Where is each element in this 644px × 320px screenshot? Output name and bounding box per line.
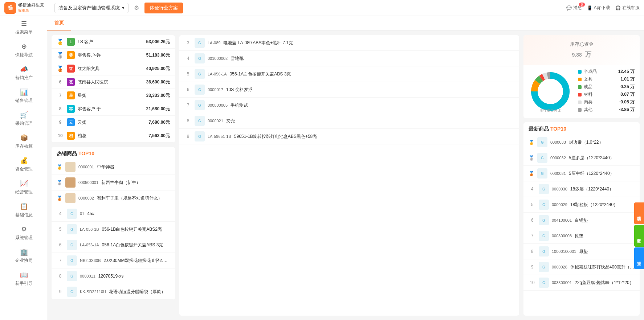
product-item: 4 G 001000002 雪地靴 — [179, 51, 519, 66]
product-name: 智利车子里（规格不知道填什么） — [97, 195, 170, 201]
rank-item: 🥈 零 零售客户-许 51,183.00元 — [52, 49, 175, 62]
product-code: LA-089 — [208, 41, 220, 45]
product-name: 夹壳 — [226, 118, 514, 124]
product-name: 18多层（1220*2440） — [570, 186, 635, 192]
sidebar: ☰ 搜索菜单 ⊕ 快捷导航 📣 营销推广 📊 销售管理 🛒 采购管理 📦 库存核… — [0, 16, 47, 320]
message-button[interactable]: 💬 消息 6 — [566, 5, 582, 11]
operations-icon: 📈 — [20, 180, 28, 188]
rank-badge: 红 — [67, 65, 75, 73]
product-code: 000800008 — [552, 234, 572, 238]
inventory-amount: 9.88 万 — [529, 48, 634, 59]
sidebar-item-system[interactable]: ⚙ 系统管理 — [0, 222, 47, 245]
product-code: LA-59651-1B — [208, 134, 231, 139]
medal-icon: 🥇 — [57, 164, 62, 170]
sidebar-item-basics[interactable]: 📋 基础信息 — [0, 199, 47, 222]
page-tabs: 首页 — [47, 16, 644, 31]
product-name: 原垫 — [575, 233, 635, 239]
legend-name: 肉类 — [584, 99, 617, 105]
product-name: 新西兰牛肉（新牛） — [101, 180, 170, 186]
sidebar-item-quicknav[interactable]: ⊕ 快捷导航 — [0, 39, 47, 62]
legend-item: 文具 1.01 万 — [578, 76, 635, 82]
customer-ranking-list: 🥇 L LS 客户 53,006.26元 🥈 零 零售客户-许 51,183.0… — [52, 35, 175, 143]
sidebar-item-operations[interactable]: 📈 经营管理 — [0, 176, 47, 199]
live-button[interactable]: 直播 — [634, 247, 644, 269]
sidebar-item-inventory[interactable]: 📦 库存核算 — [0, 130, 47, 153]
hot-products-middle-list: 3 G LA-089 电池盖 LA-089 ABS本色+黑种 7.1克 4 G … — [179, 35, 519, 144]
product-item: 5 G LA-056-1A 056-1A白色按键开关盖ABS 3克 — [179, 66, 519, 82]
mobile-icon: 📱 — [587, 5, 592, 11]
product-name: 056-1A白色按键开关盖ABS 3克 — [230, 71, 514, 77]
rank-badge: 零 — [67, 51, 75, 59]
sidebar-item-marketing[interactable]: 📣 营销推广 — [0, 62, 47, 85]
tab-home[interactable]: 首页 — [47, 16, 71, 30]
sidebar-item-search[interactable]: ☰ 搜索菜单 — [0, 16, 47, 39]
new-product-item: 5 G 0000029 18颗粒板（1220*2440） — [523, 197, 640, 213]
new-product-item: 🥈 G 0000032 5厘多层（1220*2440） — [523, 150, 640, 166]
system-name-dropdown[interactable]: 装备及固定资产辅助管理系统 ▾ — [54, 3, 129, 13]
headset-icon: 🎧 — [615, 5, 621, 11]
sidebar-item-sales[interactable]: 📊 销售管理 — [0, 85, 47, 107]
rank-amount: 51,183.00元 — [146, 52, 170, 58]
trial-button[interactable]: 体验行业方案 — [144, 3, 183, 13]
product-code: 001000002 — [208, 56, 228, 61]
rank-badge: 零 — [67, 105, 75, 113]
new-product-item: 8 G 10000100001 原垫 — [523, 244, 640, 259]
service-community-button[interactable]: 服务社区 — [634, 225, 644, 247]
legend-value: 0.25 万 — [620, 84, 635, 90]
product-code: LA-056-1A — [208, 72, 227, 76]
product-code: 004100001 — [552, 218, 572, 222]
new-product-item: 4 G 0000030 18多层（1220*2440） — [523, 181, 640, 197]
product-thumbnail — [65, 193, 76, 203]
product-item: 5 G LA-056-1B 056-1B白色按键开关壳ABS2壳 — [52, 222, 175, 237]
legend-color — [578, 93, 582, 97]
product-code: 000500001 — [78, 180, 98, 185]
product-name: 封边带（1.0*22） — [569, 139, 635, 145]
message-icon: 💬 — [566, 5, 572, 11]
product-placeholder: G — [537, 137, 547, 147]
product-code: 000800005 — [208, 103, 228, 107]
right-panel: 库存总资金 9.88 万 — [523, 35, 640, 316]
product-code: LA-056-1A — [80, 243, 99, 247]
product-name: 056-1A白色按键开关盖ABS 3克 — [102, 242, 170, 248]
logo-sub: 标准版 — [18, 8, 44, 13]
main-layout: ☰ 搜索菜单 ⊕ 快捷导航 📣 营销推广 📊 销售管理 🛒 采购管理 📦 库存核… — [0, 16, 644, 320]
sidebar-item-enterprise[interactable]: 🏢 企业协同 — [0, 245, 47, 267]
medal-icon: 🥉 — [529, 171, 534, 176]
rank-amount: 53,006.26元 — [146, 39, 170, 45]
product-code: 0000030 — [552, 187, 567, 191]
sidebar-item-purchase[interactable]: 🛒 采购管理 — [0, 107, 47, 130]
product-placeholder: G — [195, 53, 205, 63]
settings-button[interactable]: ⚙ — [131, 3, 142, 13]
finance-icon: 💰 — [20, 157, 28, 165]
product-item: 6 G 0000017 10S 变料罗浮 — [179, 82, 519, 98]
new-products-list: 🥇 G 0000033 封边带（1.0*22） 🥈 G 0000032 5厘多层… — [523, 135, 640, 291]
product-placeholder: G — [67, 209, 77, 219]
legend-item: 其他 -3.86 万 — [578, 107, 635, 113]
product-placeholder: G — [195, 69, 205, 79]
product-code: 0000028 — [552, 265, 567, 269]
product-item: 8 G 0000011 12070519-xs — [52, 268, 175, 284]
product-name: 原垫 — [579, 249, 635, 255]
legend-name: 文具 — [584, 76, 618, 82]
legend-color — [578, 85, 582, 89]
sidebar-item-finance[interactable]: 💰 资金管理 — [0, 153, 47, 176]
rank-name: 云扬 — [78, 119, 146, 126]
donut-svg — [529, 70, 572, 113]
product-placeholder: G — [67, 287, 77, 297]
product-name: 花语萌恒温分腿睡袋（厚款） — [109, 289, 170, 295]
product-placeholder: G — [67, 240, 77, 250]
sidebar-item-guide[interactable]: 📖 新手引导 — [0, 267, 47, 290]
product-rank: 3 — [184, 40, 192, 45]
rank-name: 星扬 — [78, 93, 143, 99]
online-service-button[interactable]: 🎧 在线客服 — [615, 5, 640, 11]
legend-name: 其他 — [584, 107, 617, 113]
product-name: 056-1B白色按键开关壳ABS2壳 — [102, 226, 170, 233]
product-item: 7 G NB2.0X30B 2.0X30MM双搓花轴搓花直径2.1MM/ROHS — [52, 253, 175, 268]
customer-hotline-button[interactable]: 客服热线 — [634, 202, 644, 224]
legend-item: 半成品 12.45 万 — [578, 69, 635, 75]
app-download-button[interactable]: 📱 App下载 — [587, 5, 610, 11]
rank-amount: 7,680.00元 — [148, 119, 170, 126]
product-rank: 7 — [529, 233, 536, 238]
product-placeholder: G — [539, 278, 549, 288]
product-code: 003800001 — [552, 280, 572, 285]
